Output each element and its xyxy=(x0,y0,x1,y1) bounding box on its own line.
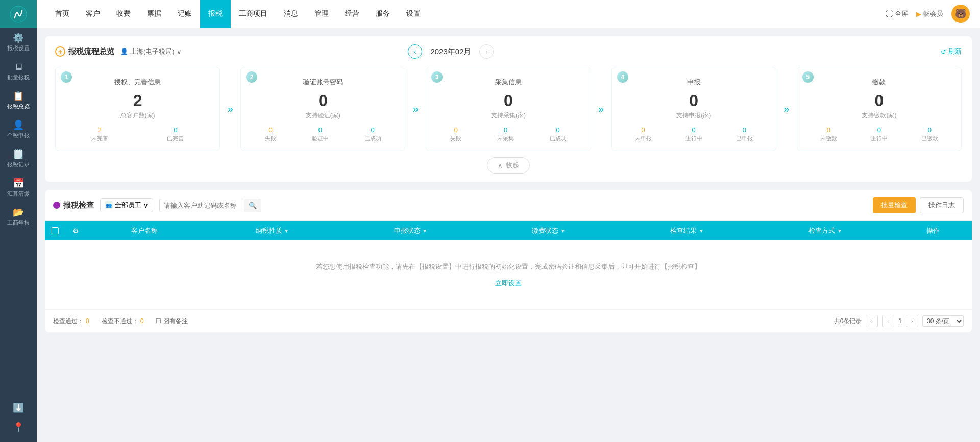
gear-icon[interactable]: ⚙ xyxy=(72,227,79,235)
sidebar-item-download[interactable]: ⬇️ xyxy=(0,398,37,418)
month-navigator: ‹ 2023年02月 › xyxy=(408,44,494,59)
vip-btn[interactable]: ▶ 畅会员 xyxy=(916,9,943,18)
step-stat-complete: 0 已完善 xyxy=(167,126,184,142)
staff-icon: 👥 xyxy=(105,201,113,209)
step-subtitle-2: 支持验证(家) xyxy=(247,111,399,120)
step-stat-declaring: 0 进行中 xyxy=(685,126,702,142)
table-header-tax-nature[interactable]: 纳税性质 ▼ xyxy=(203,221,341,240)
step-title-1: 授权、完善信息 xyxy=(62,76,213,87)
fullscreen-btn[interactable]: ⛶ 全屏 xyxy=(886,9,908,18)
first-page-btn[interactable]: « xyxy=(866,315,878,327)
topnav-settings[interactable]: 设置 xyxy=(398,0,429,28)
tax-settings-icon: ⚙️ xyxy=(13,33,24,42)
step-stat-collect-success: 0 已成功 xyxy=(550,126,567,142)
step-stat-declared: 0 已申报 xyxy=(736,126,753,142)
sidebar-item-annual-report[interactable]: 📂 工商年报 xyxy=(0,203,37,232)
sidebar-item-batch-tax[interactable]: 🖥 批量报税 xyxy=(0,57,37,86)
step-title-3: 采集信息 xyxy=(432,76,584,87)
search-input[interactable] xyxy=(160,199,244,212)
topnav-accounting[interactable]: 记账 xyxy=(169,0,200,28)
step-stat-collect-fail: 0 失败 xyxy=(450,126,461,142)
step-declare: 4 申报 0 支持申报(家) 0 未申报 0 进行中 xyxy=(611,67,776,151)
check-header: 报税检查 👥 全部员工 ∨ 🔍 批量检查 操作日志 xyxy=(45,190,972,221)
sidebar-item-tax-overview[interactable]: 📋 报税总览 xyxy=(0,86,37,115)
step-collect: 3 采集信息 0 支持采集(家) 0 失败 0 未采集 xyxy=(426,67,591,151)
current-month: 2023年02月 xyxy=(430,47,471,57)
topnav-home[interactable]: 首页 xyxy=(47,0,78,28)
step-stat-paid: 0 已缴款 xyxy=(921,126,938,142)
user-avatar[interactable]: 🐻 xyxy=(951,5,970,23)
step-verify: 2 验证账号密码 0 支持验证(家) 0 失败 0 验证中 xyxy=(240,67,405,151)
search-button[interactable]: 🔍 xyxy=(244,199,261,212)
topnav-tax[interactable]: 报税 xyxy=(200,0,231,28)
sidebar-item-tax-records[interactable]: 🗒️ 报税记录 xyxy=(0,144,37,174)
step-stat-incomplete: 2 未完善 xyxy=(91,126,108,142)
staff-selector[interactable]: 👥 全部员工 ∨ xyxy=(100,198,153,212)
table-header-pay-status[interactable]: 缴费状态 ▼ xyxy=(480,221,618,240)
note-icon: ☐ xyxy=(156,317,161,325)
filter-icon-4: ▼ xyxy=(699,228,704,234)
next-page-btn[interactable]: › xyxy=(906,315,918,327)
setup-link[interactable]: 立即设置 xyxy=(495,279,522,287)
topnav-service[interactable]: 服务 xyxy=(368,0,398,28)
sidebar-item-location[interactable]: 📍 xyxy=(0,418,37,437)
prev-month-btn[interactable]: ‹ xyxy=(408,44,422,59)
table-header-checkbox xyxy=(45,221,65,240)
step-subtitle-4: 支持申报(家) xyxy=(618,111,770,120)
sidebar-item-tax-settings[interactable]: ⚙️ 报税设置 xyxy=(0,28,37,57)
table-header-gear: ⚙ xyxy=(65,221,86,240)
table-header-check-method[interactable]: 检查方式 ▼ xyxy=(756,221,895,240)
location-icon: 📍 xyxy=(13,423,24,432)
topnav-fee[interactable]: 收费 xyxy=(108,0,139,28)
refresh-btn[interactable]: ↺ 刷新 xyxy=(941,47,962,56)
step-num-4: 4 xyxy=(617,71,628,83)
topnav-message[interactable]: 消息 xyxy=(276,0,306,28)
table-header-row: ⚙ 客户名称 纳税性质 ▼ 申报状态 ▼ xyxy=(45,221,972,240)
refresh-icon: ↺ xyxy=(941,48,946,56)
search-box: 🔍 xyxy=(159,199,261,212)
collapse-button[interactable]: ∧ 收起 xyxy=(487,157,530,174)
batch-check-button[interactable]: 批量检查 xyxy=(873,197,916,213)
table-header-declare-status[interactable]: 申报状态 ▼ xyxy=(341,221,480,240)
has-note-stat: ☐ 囧有备注 xyxy=(156,317,188,326)
topnav-business[interactable]: 工商项目 xyxy=(231,0,276,28)
summary-title: + 报税流程总览 xyxy=(55,46,114,57)
prev-page-btn[interactable]: ‹ xyxy=(882,315,894,327)
annual-report-icon: 📂 xyxy=(13,208,24,217)
tax-overview-icon: 📋 xyxy=(13,91,24,101)
filter-icon-3: ▼ xyxy=(560,228,566,234)
sidebar-item-settlement[interactable]: 📅 汇算清缴 xyxy=(0,174,37,203)
check-fail-stat: 检查不通过： 0 xyxy=(102,317,144,326)
table-header-check-result[interactable]: 检查结果 ▼ xyxy=(618,221,756,240)
topnav-client[interactable]: 客户 xyxy=(78,0,108,28)
vip-icon: ▶ xyxy=(916,10,921,18)
app-logo[interactable] xyxy=(0,0,37,28)
step-count-4: 0 xyxy=(618,91,770,110)
batch-tax-icon: 🖥 xyxy=(14,62,23,71)
operation-log-button[interactable]: 操作日志 xyxy=(920,197,964,213)
topnav-invoice[interactable]: 票据 xyxy=(139,0,169,28)
table-header-client-name[interactable]: 客户名称 xyxy=(86,221,203,240)
table-header-operation: 操作 xyxy=(894,221,972,240)
chevron-up-icon: ∧ xyxy=(498,162,503,169)
per-page-selector[interactable]: 30 条/页 50 条/页 100 条/页 xyxy=(922,315,964,327)
select-all-checkbox[interactable] xyxy=(52,227,59,234)
filter-icon-1: ▼ xyxy=(284,228,289,234)
location-person-icon: 👤 xyxy=(120,48,128,55)
sidebar-item-personal-tax[interactable]: 👤 个税申报 xyxy=(0,115,37,144)
check-actions: 批量检查 操作日志 xyxy=(873,197,964,213)
table-footer: 检查通过： 0 检查不通过： 0 ☐ 囧有备注 共0条记录 « ‹ 1 › xyxy=(45,309,972,332)
location-tag[interactable]: 👤 上海(电子税局) ∨ xyxy=(120,47,182,56)
data-table: ⚙ 客户名称 纳税性质 ▼ 申报状态 ▼ xyxy=(45,221,972,309)
step-stats-2: 0 失败 0 验证中 0 已成功 xyxy=(247,126,399,142)
table-pagination: 共0条记录 « ‹ 1 › 30 条/页 50 条/页 100 条/页 xyxy=(834,315,964,327)
empty-table-message: 若您想使用报税检查功能，请先在【报税设置】中进行报税的初始化设置，完成密码验证和… xyxy=(45,240,972,309)
step-subtitle-3: 支持采集(家) xyxy=(432,111,584,120)
next-month-btn[interactable]: › xyxy=(479,44,494,59)
download-icon: ⬇️ xyxy=(13,403,24,412)
steps-container: 1 授权、完善信息 2 总客户数(家) 2 未完善 0 已完善 xyxy=(55,67,962,151)
topnav-manage[interactable]: 管理 xyxy=(306,0,337,28)
page-body: + 报税流程总览 👤 上海(电子税局) ∨ ‹ 2023年02月 › ↺ 刷新 xyxy=(37,28,980,442)
topnav-operations[interactable]: 经营 xyxy=(337,0,368,28)
purple-dot-icon xyxy=(53,202,60,209)
